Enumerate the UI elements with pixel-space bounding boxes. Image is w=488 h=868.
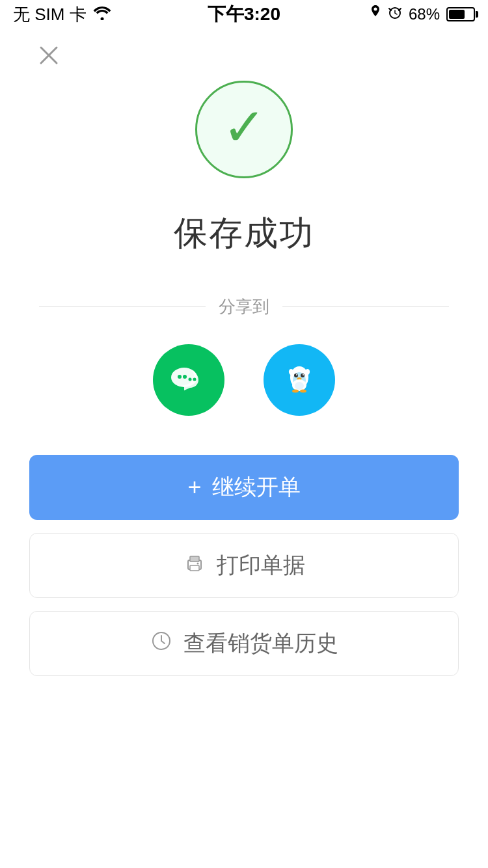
print-button[interactable]: 打印单据 [29,533,459,598]
action-buttons: + 继续开单 打印单据 查看销货单历史 [29,455,459,676]
wifi-icon [93,5,111,25]
success-circle: ✓ [195,81,293,178]
svg-point-13 [303,374,304,375]
svg-rect-23 [190,565,199,571]
check-icon: ✓ [223,102,266,154]
svg-rect-22 [190,556,199,562]
svg-point-17 [292,390,299,393]
status-bar: 无 SIM 卡 下午3:20 68% [0,0,488,29]
share-icons-row [153,344,335,416]
continue-label: 继续开单 [212,472,301,502]
history-button[interactable]: 查看销货单历史 [29,611,459,676]
svg-point-6 [189,378,192,381]
print-label: 打印单据 [217,550,305,580]
svg-point-24 [197,562,199,564]
no-sim-text: 无 SIM 卡 [13,3,87,26]
svg-point-11 [301,373,305,377]
clock-icon [150,629,173,658]
alarm-icon [388,5,402,23]
location-icon [370,5,381,23]
svg-point-16 [295,382,304,390]
svg-point-18 [300,390,306,393]
battery-percent: 68% [409,5,440,23]
svg-point-7 [193,378,197,381]
wechat-share-button[interactable] [153,344,224,416]
share-divider: 分享到 [0,295,488,318]
close-button[interactable] [33,39,65,72]
status-right: 68% [370,5,475,23]
plus-icon: + [187,474,201,501]
continue-button[interactable]: + 继续开单 [29,455,459,520]
battery-icon [446,7,475,21]
svg-point-10 [294,373,298,377]
qq-share-button[interactable] [264,344,335,416]
history-label: 查看销货单历史 [183,629,338,658]
main-content: ✓ 保存成功 分享到 [0,29,488,676]
share-line-left [39,306,206,307]
svg-point-5 [183,375,187,379]
share-line-right [282,306,449,307]
printer-icon [183,551,206,580]
svg-point-12 [296,374,297,375]
status-time: 下午3:20 [208,2,280,27]
status-left: 无 SIM 卡 [13,3,111,26]
success-title: 保存成功 [174,211,314,256]
share-label: 分享到 [219,295,269,318]
share-section: 分享到 [0,295,488,416]
svg-point-4 [178,375,182,379]
